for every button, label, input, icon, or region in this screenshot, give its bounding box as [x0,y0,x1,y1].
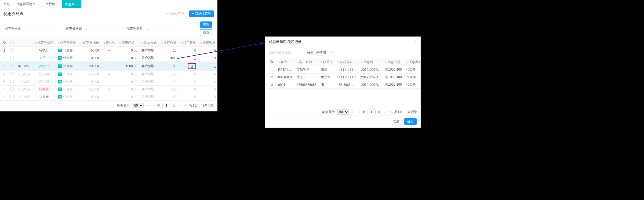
distribute-coupon-button[interactable]: ⎋ 发放优惠券 [163,10,187,17]
filter-type-select[interactable]: ⌄ [144,26,176,31]
prev-page-icon[interactable]: ‹ [152,104,155,107]
row-checkbox[interactable] [10,56,14,59]
first-page-icon[interactable]: ⇤ [351,110,355,114]
claim-qty-link[interactable]: 3 [188,63,196,69]
filter-name-input[interactable] [23,26,55,31]
table-row[interactable]: 7 14 23:59 待发布 代代金券 150.00 -- 0.00 客户领取 … [0,93,217,101]
page-input[interactable] [162,103,170,108]
first-page-icon[interactable]: ⇤ [146,104,150,107]
row-issue-method: 客户领取 [139,71,159,78]
page-title: 优惠券列表 [3,11,24,16]
col-cust-name[interactable]: ⇅客户名称 [294,59,318,66]
row-time: 14 23:59 [16,71,33,78]
row-threshold: 0.00 [117,93,139,101]
row-issue-qty: 100 [159,62,179,71]
table-row[interactable]: 1 RETAIL... 零散客户 张三 11111111111 20191207… [268,66,420,74]
cancel-button[interactable]: 取消 [390,118,402,125]
table-row[interactable]: 1 待执行 代代金券 50.00 -- 0.00 客户领取 10 0 0 ⎋ ⊞ [0,47,217,54]
col-coupon-type[interactable]: ⇅优惠券类 [404,59,420,66]
row-checkbox[interactable] [10,64,14,67]
modal-page-input[interactable] [368,110,376,114]
prev-page-icon[interactable]: ‹ [357,110,360,114]
col-status[interactable]: ⇅优惠券状态 [33,39,56,47]
tab-coupon[interactable]: 优惠券× [62,0,81,8]
row-checkbox[interactable] [10,95,14,98]
modal-per-page-select[interactable]: 50 [337,109,349,115]
col-threshold[interactable]: ⇅使用门槛... [117,39,139,47]
claim-qty-link[interactable]: 1 [194,56,196,60]
next-page-icon[interactable]: › [383,110,386,114]
col-cust-code[interactable]: ⇅客户... [276,59,294,66]
modal-status-select[interactable]: 已使用 ⌄ [315,50,334,56]
col-issue-method[interactable]: ⇅发放方式 [139,39,159,47]
row-checkbox[interactable] [10,87,14,90]
filter-status-select[interactable]: ⌄ [83,26,116,31]
status-badge: 已过期 [39,72,49,76]
col-checkbox[interactable] [8,39,16,47]
row-subject: 满1000-100 [383,66,404,74]
tab-coupon-detail[interactable]: 优惠券详情页× [13,0,42,8]
col-claim-qty[interactable]: ⇅领用数量 [179,39,198,47]
close-icon[interactable]: × [57,3,58,6]
row-no: 4 [0,71,8,78]
row-checkbox[interactable] [10,72,14,75]
row-use-qty: 0 [198,71,217,78]
gear-icon [270,60,274,64]
coupon-list-panel: 首页 优惠券详情页× 销货单× 优惠券× 优惠券列表 ⎋ 发放优惠券 新增优惠券… [0,0,217,111]
last-page-icon[interactable]: ⇥ [183,104,187,107]
gear-icon [2,41,6,44]
row-issue-method: 客户领取 [139,47,159,54]
row-no: 2 [268,74,276,81]
row-face: 50.00 [78,47,101,54]
modal-header: 优惠券领用/使用记录 × [265,37,420,47]
tab-home[interactable]: 首页 [0,0,13,8]
per-page-select[interactable]: 50 [132,103,144,108]
col-discount[interactable]: ⇅折扣% [101,39,117,47]
table-row[interactable]: 3 07 23:59 执行中 代代金券 200.00 -- 1000.00 客户… [0,62,217,71]
add-coupon-button[interactable]: 新增优惠券 [189,10,214,17]
row-coupon-type: 代金券 [404,74,420,81]
col-subject[interactable]: ⇅优惠主题 [383,59,404,66]
row-cust-name: 零散客户 [294,66,318,74]
close-icon[interactable]: × [76,3,78,6]
confirm-button[interactable]: 确定 [404,118,417,125]
col-contact[interactable]: ⇅联系人 [319,59,335,66]
row-no: 3 [0,62,8,71]
col-phone[interactable]: ⇅电话号码 [335,59,359,66]
table-row[interactable]: 3 0001 17666666666 张 156 6666 ... 201912… [268,81,420,89]
row-no: 7 [0,93,8,101]
row-time: 14 23:59 [16,93,33,101]
close-icon[interactable]: × [414,40,417,44]
row-checkbox[interactable] [10,80,14,83]
table-row[interactable]: 5 14 23:59 已过期 代代金券 150.00 -- 0.00 客户领取 … [0,78,217,86]
table-row[interactable]: 4 14 23:59 已过期 代代金券 150.00 -- 0.00 客户领取 … [0,71,217,78]
tab-bar: 首页 优惠券详情页× 销货单× 优惠券× [0,0,217,8]
row-threshold: 0.00 [117,78,139,86]
query-button[interactable]: 查询 [200,21,212,28]
search-input[interactable] [269,51,309,55]
row-issue-qty: 100 [159,78,179,86]
col-face[interactable]: ⇅优惠券面值 [78,39,101,47]
row-claim-qty: 3 [179,62,198,71]
col-coupon-code[interactable]: ⇅优惠码 [359,59,383,66]
use-qty-link[interactable]: 1 [214,64,216,68]
col-gear[interactable] [0,39,8,47]
table-row[interactable]: 2 执行中 代代金券 100.00 -- 0.00 客户领取 1000 1 0 … [0,54,217,62]
col-gear[interactable] [268,59,276,66]
tab-sales-order[interactable]: 销货单× [42,0,61,8]
col-type[interactable]: ⇅优惠券类型 [56,39,78,47]
next-page-icon[interactable]: › [178,104,181,107]
checkbox[interactable] [10,41,14,44]
status-badge: 执行中 [39,56,49,60]
col-issue-qty[interactable]: ⇅发行数量 [159,39,179,47]
per-page-label: 每页显示 [117,103,130,108]
row-face: 200.00 [78,62,101,71]
col-use-qty[interactable]: ⇅使用数量 [198,39,217,47]
row-checkbox[interactable] [10,48,14,52]
row-claim-qty: 0 [179,78,198,86]
last-page-icon[interactable]: ⇥ [388,110,392,114]
table-row[interactable]: 6 14 23:59 已终止 代代金券 150.00 -- 0.00 客户领取 … [0,86,217,93]
table-row[interactable]: 2 00010001 北京1 唐先生 11111111111 20191207O… [268,74,420,81]
settings-button[interactable]: 设置 [200,29,212,36]
close-icon[interactable]: × [37,3,39,6]
